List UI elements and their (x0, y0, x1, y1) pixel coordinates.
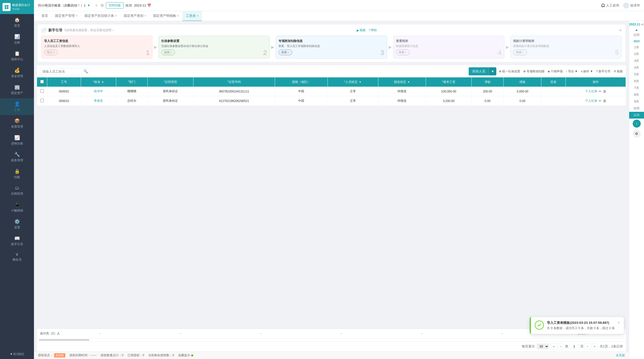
month-5[interactable]: 5月 (629, 71, 644, 78)
col-name[interactable]: *姓名 ⇅ (81, 77, 116, 87)
tab-asset-detail[interactable]: 固定资产明细账 × (150, 11, 182, 21)
month-6[interactable]: 6月 (629, 78, 644, 85)
tab-close-asset-category[interactable]: × (144, 14, 146, 18)
row2-checkbox[interactable] (40, 99, 44, 102)
page-nav: « ‹ 第 页 › » (551, 343, 598, 349)
toast-notification: 导入工资表模板(2023-03-23 15:07:59.897) 共 9 条数据… (530, 317, 624, 334)
sidebar-item-payroll[interactable]: 👤 工资 (0, 98, 34, 115)
step-4-btn[interactable]: 查看＞ (396, 49, 410, 55)
add-person-dropdown-btn[interactable]: ▼ (489, 67, 496, 75)
month-7[interactable]: 7月 (629, 85, 644, 91)
col-nationality: 国籍（地区） (275, 77, 328, 87)
month-9[interactable]: 9月 (629, 98, 644, 105)
help-btn[interactable]: ? 帮助 (369, 28, 377, 32)
month-8[interactable]: 8月 (629, 91, 644, 98)
refresh-btn[interactable]: ↺ 刷新 (614, 69, 623, 74)
add-person-btn[interactable]: 添加人员 (469, 67, 489, 75)
row1-checkbox[interactable] (40, 89, 44, 93)
row1-social-link[interactable]: 个人社保 (585, 89, 597, 93)
old-version-btn[interactable]: 切到旧版 (106, 2, 124, 9)
side-icon-1[interactable]: ↑ (633, 120, 641, 128)
tab-fixed-assets[interactable]: 固定资产管理 × (52, 11, 81, 21)
tax-declaration-btn[interactable]: ◈ 个税申报 (548, 69, 563, 74)
social-insurance-btn[interactable]: ⊕ 统一社保设置 (499, 69, 520, 74)
tab-home[interactable]: 首页 (38, 11, 52, 21)
panel-scroll-up-icon[interactable]: ▲ (635, 28, 638, 32)
export-btn[interactable]: ↑ 导出 ▼ (566, 69, 578, 74)
tab-payroll[interactable]: 工资表 × (182, 11, 202, 21)
sidebar-item-close[interactable]: 🔒 结账 (0, 166, 34, 182)
row2-delete-icon[interactable]: 🗑 (603, 99, 606, 103)
month-1[interactable]: 1月 (629, 44, 644, 51)
calendar-icon[interactable]: 📅 (147, 4, 151, 7)
add-account-icon[interactable]: ＋ (94, 3, 98, 8)
renew-btn[interactable]: 去充值 (616, 353, 625, 357)
row1-name-link[interactable]: 徐泽华 (94, 89, 103, 93)
header: 刘小艳演示账套（勿删勿动！）1 ▼ ＋ ⚙ 切到旧版 账期 2023-11 📅 … (34, 0, 644, 11)
month-12[interactable]: 12月 (629, 32, 644, 38)
guide-btn[interactable]: ? 新手引导 (596, 69, 611, 74)
panel-header: 2023.11 ≪ (628, 21, 644, 28)
sidebar-item-vip[interactable]: V 畅会员 (0, 249, 34, 265)
step-2-btn[interactable]: 设置＞ (161, 49, 175, 55)
operations-btn[interactable]: ≡ 操作 ▼ (581, 69, 593, 74)
month-2[interactable]: 2月 (629, 51, 644, 58)
status-filter-icon[interactable]: ▼ (359, 81, 361, 83)
guide-close-btn[interactable]: × (619, 28, 622, 33)
row1-edit-icon[interactable]: ✏ (599, 89, 601, 93)
prev-page-btn[interactable]: ‹ (558, 343, 564, 349)
tab-asset-category[interactable]: 固定资产类别 × (120, 11, 150, 21)
video-btn[interactable]: ▶ 视频 (357, 28, 366, 32)
cancel-fixed-btn[interactable]: ◀ 取消固定 (2, 352, 32, 356)
guide-step-3: 专项附加扣除信息 查看、导入员工专项附加扣除信息 查看＞ 3 (276, 36, 387, 59)
side-icon-2[interactable]: ⚙ (633, 130, 641, 138)
special-deduction-btn[interactable]: ⊕ 专项附加扣除 (523, 69, 545, 74)
sidebar-item-invoice[interactable]: 📦 发票管理 (0, 115, 34, 132)
step-5-btn[interactable]: 查看＞ (513, 49, 527, 55)
sidebar-item-sales[interactable]: 📈 进销台账 (0, 132, 34, 149)
horizontal-scrollbar[interactable] (39, 339, 89, 341)
tab-close-asset-detail[interactable]: × (177, 14, 179, 18)
next-page-btn[interactable]: › (585, 343, 591, 349)
sidebar-item-tax[interactable]: 🔧 税务管理 (0, 149, 34, 166)
select-all-checkbox[interactable] (40, 80, 44, 83)
search-input[interactable] (42, 70, 83, 73)
report-status-filter-icon[interactable]: ▼ (408, 81, 410, 83)
month-10[interactable]: 10月 (629, 105, 644, 112)
tab-depreciation[interactable]: 固定资产折旧统计表 × (81, 11, 120, 21)
row2-social-link[interactable]: 个人社保 (585, 99, 597, 103)
page-input[interactable] (569, 344, 579, 349)
toast-close-btn[interactable]: × (618, 321, 620, 325)
name-sort-icon[interactable]: ⇅ (102, 81, 104, 83)
panel-expand-icon[interactable]: ≪ (641, 23, 644, 26)
month-3[interactable]: 3月 (629, 58, 644, 64)
search-icon[interactable]: 🔍 (84, 69, 88, 73)
last-page-btn[interactable]: » (592, 343, 598, 349)
sidebar-item-ledger[interactable]: 📊 总账 (0, 31, 34, 48)
sidebar-item-expense[interactable]: 📱 小畅报销 (0, 199, 34, 216)
row2-name-link[interactable]: 李俊杰 (94, 99, 103, 102)
tab-close-payroll[interactable]: × (197, 14, 198, 18)
sidebar-item-archive[interactable]: 🗂 归档管理 (0, 182, 34, 199)
tab-close-depreciation[interactable]: × (115, 14, 117, 18)
sidebar-item-guide[interactable]: 📖 新手引导 (0, 233, 34, 249)
sidebar-item-settings[interactable]: ⚙️ 设置 (0, 216, 34, 233)
account-dropdown-icon[interactable]: ▼ (87, 4, 90, 7)
step-1-btn[interactable]: 导入＞ (44, 49, 58, 55)
per-page-select[interactable]: 10 20 50 (537, 344, 549, 349)
sidebar-item-home[interactable]: 🏠 首页 (0, 14, 34, 31)
settings-gear-icon[interactable]: ⚙ (100, 3, 104, 8)
tab-close-fixed-assets[interactable]: × (76, 14, 77, 18)
month-11[interactable]: 11月 (629, 112, 644, 119)
sidebar-item-assets[interactable]: 🏢 固定资产 (0, 81, 34, 98)
step-3-btn[interactable]: 查看＞ (278, 49, 292, 55)
row2-edit-icon[interactable]: ✏ (599, 99, 601, 103)
service-btn[interactable]: 🎧 人工咨询 (601, 3, 619, 8)
col-base-salary: *基本工资 (426, 77, 472, 87)
row1-delete-icon[interactable]: 🗑 (603, 89, 606, 93)
month-4[interactable]: 4月 (629, 64, 644, 71)
first-page-btn[interactable]: « (551, 343, 557, 349)
row2-dept: 总经办 (116, 96, 147, 106)
sidebar-item-finance[interactable]: 💰 资金管理 (0, 65, 34, 81)
sidebar-item-reports[interactable]: 📋 报表中心 (0, 48, 34, 65)
